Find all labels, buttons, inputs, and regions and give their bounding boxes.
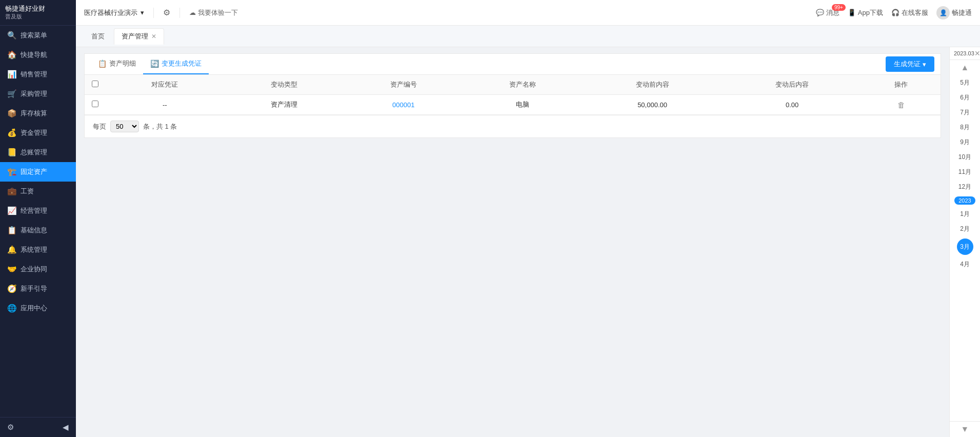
tab-asset-detail[interactable]: 📋 资产明细 bbox=[91, 54, 143, 74]
messages-badge: 99+ bbox=[832, 4, 846, 11]
tab-bar: 首页 资产管理 ✕ bbox=[76, 26, 980, 47]
sidebar-item-总账管理[interactable]: 📒 总账管理 bbox=[0, 143, 76, 162]
sidebar-logo: 畅捷通好业财 普及版 bbox=[0, 0, 76, 26]
sidebar-item-基础信息[interactable]: 📋 基础信息 bbox=[0, 221, 76, 240]
sidebar-item-label: 总账管理 bbox=[21, 148, 47, 157]
download-icon: 📱 bbox=[848, 9, 856, 16]
sidebar-settings-icon[interactable]: ⚙ bbox=[7, 423, 14, 432]
sidebar-item-库存核算[interactable]: 📦 库存核算 bbox=[0, 104, 76, 123]
download-btn[interactable]: 📱 App下载 bbox=[848, 8, 883, 17]
sidebar-item-经营管理[interactable]: 📈 经营管理 bbox=[0, 201, 76, 221]
service-label: 在线客服 bbox=[902, 8, 928, 17]
sidebar-item-icon: 📋 bbox=[7, 226, 16, 235]
panel-scroll-down-btn[interactable]: ▼ bbox=[950, 421, 980, 437]
th-asset-name: 资产名称 bbox=[463, 75, 583, 95]
row-checkbox[interactable] bbox=[92, 101, 98, 107]
delete-icon[interactable]: 🗑 bbox=[897, 101, 905, 109]
sidebar: 畅捷通好业财 普及版 🔍 搜索菜单 🏠 快捷导航 📊 销售管理 🛒 采购管理 📦… bbox=[0, 0, 76, 437]
sidebar-item-快捷导航[interactable]: 🏠 快捷导航 bbox=[0, 45, 76, 65]
tab-asset-detail-label: 资产明细 bbox=[109, 59, 136, 68]
th-voucher: 对应凭证 bbox=[105, 75, 225, 95]
avatar: 👤 bbox=[936, 6, 950, 19]
date-month-5月[interactable]: 5月 bbox=[950, 75, 980, 90]
generate-voucher-btn[interactable]: 生成凭证 ▾ bbox=[886, 56, 934, 72]
sidebar-item-icon: 📒 bbox=[7, 148, 16, 157]
sidebar-item-icon: 📈 bbox=[7, 206, 16, 215]
th-action: 操作 bbox=[862, 75, 941, 95]
sidebar-item-label: 基础信息 bbox=[21, 226, 47, 235]
sidebar-item-icon: 🏠 bbox=[7, 50, 16, 59]
messages-btn[interactable]: 💬 消息 99+ bbox=[816, 8, 839, 17]
panel-close-icon[interactable]: ✕ bbox=[974, 49, 980, 57]
row-asset-name: 电脑 bbox=[463, 95, 583, 115]
table-header-row: 对应凭证 变动类型 资产编号 资产名称 变动前内容 变动后内容 操作 bbox=[85, 75, 941, 95]
select-all-checkbox[interactable] bbox=[92, 81, 98, 87]
date-month-10月[interactable]: 10月 bbox=[950, 150, 980, 165]
tab-change-voucher-label: 变更生成凭证 bbox=[162, 59, 202, 68]
sidebar-item-icon: 🛒 bbox=[7, 89, 16, 98]
trial-btn[interactable]: ☁ 我要体验一下 bbox=[189, 8, 238, 17]
settings-icon[interactable]: ⚙ bbox=[163, 8, 170, 17]
date-month-11月[interactable]: 11月 bbox=[950, 165, 980, 180]
app-edition: 普及版 bbox=[5, 13, 45, 21]
date-month-2023-1月[interactable]: 1月 bbox=[950, 207, 980, 222]
sidebar-item-label: 应用中心 bbox=[21, 304, 47, 313]
avatar-icon: 👤 bbox=[939, 9, 947, 16]
sidebar-item-资金管理[interactable]: 💰 资金管理 bbox=[0, 123, 76, 143]
top-header: 医疗器械行业演示 ▾ ⚙ ☁ 我要体验一下 💬 消息 99+ 📱 App下载 🎧… bbox=[76, 0, 980, 26]
th-after: 变动后内容 bbox=[722, 75, 862, 95]
sidebar-item-企业协同[interactable]: 🤝 企业协同 bbox=[0, 260, 76, 279]
row-voucher: -- bbox=[105, 95, 225, 115]
sidebar-item-icon: 📦 bbox=[7, 109, 16, 118]
sidebar-item-label: 工资 bbox=[21, 187, 34, 196]
sidebar-item-label: 经营管理 bbox=[21, 206, 47, 215]
date-month-2023-3月[interactable]: 3月 bbox=[957, 239, 973, 255]
generate-dropdown-icon: ▾ bbox=[923, 61, 926, 68]
row-checkbox-cell bbox=[85, 95, 105, 115]
user-btn[interactable]: 👤 畅捷通 bbox=[936, 6, 972, 19]
right-panel: 2023.03 ✕ ⤢ ▲ 5月6月7月8月9月10月11月12月20231月2… bbox=[949, 47, 980, 437]
panel-controls: 2023.03 ✕ ⤢ bbox=[950, 47, 980, 60]
sidebar-item-固定资产[interactable]: 🏗️ 固定资产 bbox=[0, 162, 76, 182]
sidebar-collapse-icon[interactable]: ◀ bbox=[63, 423, 69, 432]
date-month-6月[interactable]: 6月 bbox=[950, 90, 980, 105]
th-before: 变动前内容 bbox=[583, 75, 723, 95]
service-btn[interactable]: 🎧 在线客服 bbox=[891, 8, 928, 17]
sidebar-item-工资[interactable]: 💼 工资 bbox=[0, 182, 76, 201]
sidebar-item-icon: 🤝 bbox=[7, 265, 16, 274]
content-area: 📋 资产明细 🔄 变更生成凭证 生成凭证 ▾ bbox=[76, 47, 980, 437]
panel-scroll-up-btn[interactable]: ▲ bbox=[950, 60, 980, 75]
per-page-select[interactable]: 50 10 20 100 bbox=[110, 121, 139, 132]
sidebar-item-搜索菜单[interactable]: 🔍 搜索菜单 bbox=[0, 26, 76, 45]
tab-home[interactable]: 首页 bbox=[84, 28, 112, 45]
date-month-7月[interactable]: 7月 bbox=[950, 105, 980, 120]
tab-asset-management[interactable]: 资产管理 ✕ bbox=[114, 28, 164, 45]
company-selector[interactable]: 医疗器械行业演示 ▾ bbox=[84, 8, 144, 17]
inner-tabs: 📋 资产明细 🔄 变更生成凭证 生成凭证 ▾ bbox=[85, 54, 941, 75]
sidebar-item-icon: 🔔 bbox=[7, 245, 16, 254]
date-scroll: 5月6月7月8月9月10月11月12月20231月2月3月4月 bbox=[950, 75, 980, 421]
sidebar-item-采购管理[interactable]: 🛒 采购管理 bbox=[0, 84, 76, 104]
sidebar-item-label: 采购管理 bbox=[21, 89, 47, 98]
sidebar-item-icon: 💰 bbox=[7, 128, 16, 137]
change-voucher-icon: 🔄 bbox=[150, 59, 159, 68]
generate-voucher-label: 生成凭证 bbox=[894, 59, 921, 69]
tab-close-icon[interactable]: ✕ bbox=[151, 33, 156, 40]
pagination-bar: 每页 50 10 20 100 条，共 1 条 bbox=[85, 115, 941, 137]
sidebar-item-销售管理[interactable]: 📊 销售管理 bbox=[0, 65, 76, 84]
date-month-2023-4月[interactable]: 4月 bbox=[950, 257, 980, 272]
sidebar-item-icon: 🌐 bbox=[7, 304, 16, 313]
date-month-8月[interactable]: 8月 bbox=[950, 120, 980, 135]
sidebar-item-应用中心[interactable]: 🌐 应用中心 bbox=[0, 299, 76, 318]
sidebar-item-新手引导[interactable]: 🧭 新手引导 bbox=[0, 279, 76, 299]
sidebar-item-label: 固定资产 bbox=[21, 167, 47, 176]
sidebar-item-系统管理[interactable]: 🔔 系统管理 bbox=[0, 240, 76, 260]
sidebar-item-label: 系统管理 bbox=[21, 245, 47, 254]
date-month-9月[interactable]: 9月 bbox=[950, 135, 980, 150]
sidebar-item-label: 销售管理 bbox=[21, 70, 47, 79]
date-month-2023-2月[interactable]: 2月 bbox=[950, 222, 980, 236]
tab-change-voucher[interactable]: 🔄 变更生成凭证 bbox=[143, 54, 209, 74]
date-month-12月[interactable]: 12月 bbox=[950, 180, 980, 194]
sidebar-item-label: 企业协同 bbox=[21, 265, 47, 274]
row-after: 0.00 bbox=[722, 95, 862, 115]
